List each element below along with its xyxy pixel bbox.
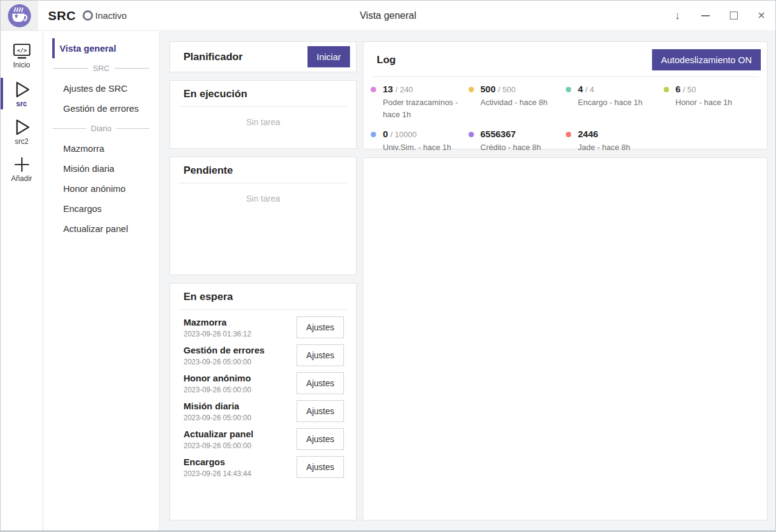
task-settings-button[interactable]: Ajustes <box>297 344 344 366</box>
status-label: Inactivo <box>95 10 127 21</box>
code-monitor-icon: </> <box>13 43 31 60</box>
task-settings-button[interactable]: Ajustes <box>297 456 344 478</box>
sidebar-item-honor-anonimo[interactable]: Honor anónimo <box>43 179 159 199</box>
stat-trailblaze-power: 13 / 240 Poder trazacaminos - hace 1h <box>371 84 469 121</box>
stat-max: / 500 <box>498 85 516 94</box>
task-name: Encargos <box>184 457 297 467</box>
play-icon <box>13 117 31 137</box>
rail-item-label: Añadir <box>11 174 32 183</box>
waiting-title: En espera <box>184 291 233 303</box>
start-scheduler-button[interactable]: Iniciar <box>307 46 350 67</box>
autoscroll-toggle-button[interactable]: Autodeslizamiento ON <box>652 49 761 70</box>
task-name: Gestión de errores <box>184 345 297 355</box>
task-row: Misión diaria 2023-09-26 05:00:00 Ajuste… <box>170 397 356 425</box>
task-name: Mazmorra <box>184 317 297 327</box>
log-stats: 13 / 240 Poder trazacaminos - hace 1h 50… <box>363 77 767 154</box>
pending-card: Pendiente Sin tarea <box>170 157 357 275</box>
stat-dot-icon <box>664 87 669 92</box>
rail-item-src2[interactable]: src2 <box>1 112 43 150</box>
running-title: En ejecución <box>184 88 247 100</box>
stat-label: Honor - hace 1h <box>676 97 736 109</box>
task-row: Honor anónimo 2023-09-26 05:00:00 Ajuste… <box>170 369 356 397</box>
scheduler-card: Planificador Iniciar <box>170 41 357 72</box>
log-card: Log Autodeslizamiento ON 13 / 240 <box>363 41 767 149</box>
minimize-button[interactable] <box>692 1 719 30</box>
sidebar-section-label: SRC <box>93 64 109 73</box>
log-output-panel <box>363 157 767 520</box>
arrow-down-icon: ↓ <box>675 9 681 22</box>
stat-label: Crédito - hace 8h <box>481 142 545 154</box>
left-rail: </> Inicio src src2 <box>1 31 43 530</box>
stat-label: Poder trazacaminos - hace 1h <box>383 97 469 121</box>
stat-max: / 240 <box>396 85 413 94</box>
running-card: En ejecución Sin tarea <box>170 80 357 149</box>
stat-assignment: 4 / 4 Encargo - hace 1h <box>566 84 664 121</box>
stat-dot-icon <box>566 87 571 92</box>
sidebar-item-encargos[interactable]: Encargos <box>43 199 159 219</box>
divider <box>179 183 348 183</box>
maximize-icon <box>730 12 738 19</box>
stat-dot-icon <box>469 87 474 92</box>
task-settings-button[interactable]: Ajustes <box>297 316 344 338</box>
task-settings-button[interactable]: Ajustes <box>297 400 344 422</box>
stat-jade: 2446 Jade - hace 8h <box>566 129 664 154</box>
titlebar: SRC Inactivo Vista general ↓ ✕ <box>1 1 775 31</box>
stat-label: Univ.Sim. - hace 1h <box>383 142 455 154</box>
rail-item-src[interactable]: src <box>1 75 43 112</box>
close-button[interactable]: ✕ <box>747 1 775 30</box>
rail-item-label: src2 <box>15 137 29 146</box>
sidebar-item-actualizar-panel[interactable]: Actualizar panel <box>43 219 159 239</box>
stat-value: 6556367 <box>481 129 516 139</box>
stat-label: Jade - hace 8h <box>578 142 634 154</box>
minimize-icon <box>701 15 710 16</box>
stat-label: Actividad - hace 8h <box>481 97 552 109</box>
pending-empty-text: Sin tarea <box>170 194 356 203</box>
stat-max: / 10000 <box>390 130 416 139</box>
stat-dot-icon <box>371 132 376 137</box>
rail-item-label: Inicio <box>13 61 30 69</box>
sidebar-item-ajustes-de-src[interactable]: Ajustes de SRC <box>43 78 159 98</box>
sidebar-item-vista-general[interactable]: Vista general <box>52 38 159 58</box>
window-controls: ↓ ✕ <box>664 1 775 30</box>
task-row: Actualizar panel 2023-09-26 05:00:00 Aju… <box>170 425 356 453</box>
task-settings-button[interactable]: Ajustes <box>297 372 344 394</box>
coffee-cup-logo-icon <box>7 4 32 28</box>
task-name: Actualizar panel <box>184 429 297 439</box>
main-content: Planificador Iniciar En ejecución Sin ta… <box>160 31 775 530</box>
stat-dot-icon <box>566 132 571 137</box>
sidebar-section-diario: Diario <box>53 124 149 133</box>
sidebar-section-label: Diario <box>91 124 112 133</box>
active-indicator <box>1 78 3 109</box>
log-title: Log <box>377 54 396 66</box>
task-time: 2023-09-26 05:00:00 <box>184 358 297 366</box>
sidebar-section-src: SRC <box>53 64 149 73</box>
task-name: Misión diaria <box>184 401 297 411</box>
task-time: 2023-09-26 01:36:12 <box>184 330 297 338</box>
hide-window-button[interactable]: ↓ <box>664 1 692 30</box>
stat-credit: 6556367 Crédito - hace 8h <box>469 129 566 154</box>
play-icon <box>13 80 31 99</box>
sidebar-item-gestion-de-errores[interactable]: Gestión de errores <box>43 98 159 118</box>
scheduler-title: Planificador <box>184 51 242 63</box>
task-row: Gestión de errores 2023-09-26 05:00:00 A… <box>170 341 356 369</box>
plus-icon <box>13 155 31 174</box>
stat-max: / 50 <box>683 85 696 94</box>
app-window: SRC Inactivo Vista general ↓ ✕ <box>0 0 776 532</box>
status-indicator: Inactivo <box>83 10 127 21</box>
stat-dot-icon <box>371 87 376 92</box>
stat-value: 4 <box>578 84 583 94</box>
stat-value: 2446 <box>578 129 598 139</box>
stat-sim-universe: 0 / 10000 Univ.Sim. - hace 1h <box>371 129 469 154</box>
maximize-button[interactable] <box>719 1 747 30</box>
task-row: Mazmorra 2023-09-26 01:36:12 Ajustes <box>170 313 356 341</box>
rail-item-add[interactable]: Añadir <box>1 150 43 188</box>
sidebar-item-mision-diaria[interactable]: Misión diaria <box>43 159 159 179</box>
task-name: Honor anónimo <box>184 373 297 383</box>
sidebar: Vista general SRC Ajustes de SRC Gestión… <box>43 31 160 530</box>
task-time: 2023-09-26 05:00:00 <box>184 442 297 450</box>
sidebar-item-mazmorra[interactable]: Mazmorra <box>43 138 159 159</box>
stat-value: 0 <box>383 129 388 139</box>
pending-title: Pendiente <box>184 165 233 177</box>
task-settings-button[interactable]: Ajustes <box>297 428 344 450</box>
rail-item-inicio[interactable]: </> Inicio <box>1 37 43 75</box>
